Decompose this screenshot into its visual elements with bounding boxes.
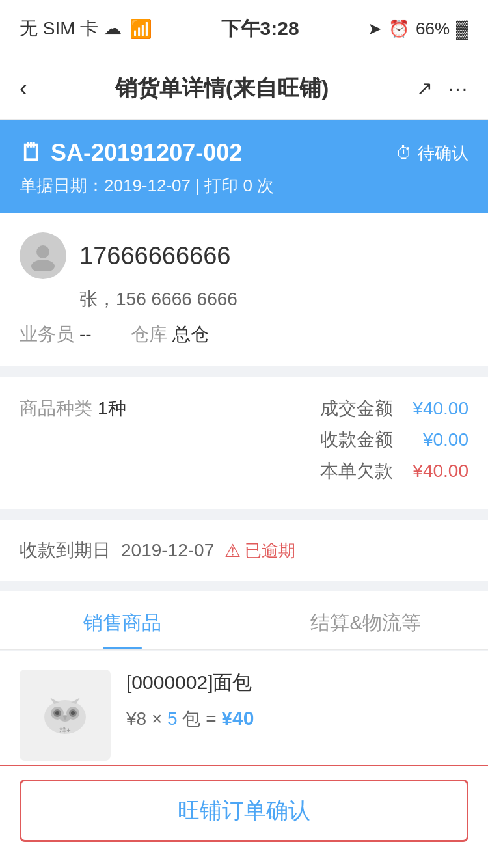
doc-icon: 🗒 [20, 139, 43, 167]
warehouse-value: 总仓 [172, 322, 209, 347]
customer-phone: 17666666666 [79, 242, 230, 270]
svg-marker-11 [50, 698, 59, 704]
salesperson-value: -- [79, 324, 92, 345]
svg-marker-12 [71, 698, 80, 704]
salesperson-label: 业务员 [20, 322, 74, 347]
warehouse-field: 仓库 总仓 [131, 322, 209, 347]
salesperson-field: 业务员 -- [20, 322, 92, 347]
customer-meta: 业务员 -- 仓库 总仓 [20, 322, 468, 347]
amount-row-1: 成交金额 ¥40.00 [320, 396, 468, 421]
tab-sales-products[interactable]: 销售商品 [0, 591, 244, 649]
page-title: 销货单详情(来自旺铺) [115, 74, 329, 103]
share-button[interactable]: ↗ [416, 77, 433, 100]
due-date-card: 收款到期日 2019-12-07 ⚠ 已逾期 [0, 520, 488, 581]
product-item: 群+ [0000002]面包 ¥8 × 5 包 = ¥40 [0, 651, 488, 779]
avatar-icon [27, 240, 59, 271]
back-button[interactable]: ‹ [20, 75, 27, 102]
status-left: 无 SIM 卡 ☁ 📶 [20, 16, 152, 41]
price-multiplier: × [152, 709, 167, 729]
svg-point-7 [55, 711, 59, 715]
amount-row-2: 收款金额 ¥0.00 [320, 427, 468, 452]
warehouse-label: 仓库 [131, 322, 167, 347]
product-info: [0000002]面包 ¥8 × 5 包 = ¥40 [126, 670, 468, 731]
price-unit: 包 [182, 709, 200, 729]
category-section: 商品种类 1种 [20, 396, 126, 421]
more-button[interactable]: ··· [448, 77, 468, 100]
customer-card: 17666666666 张，156 6666 6666 业务员 -- 仓库 总仓 [0, 213, 488, 366]
owed-label: 本单欠款 [320, 459, 393, 483]
received-label: 收款金额 [320, 427, 393, 452]
clock-icon: ⏱ [396, 143, 413, 163]
tab-settlement[interactable]: 结算&物流等 [244, 591, 488, 649]
amount-label: 成交金额 [320, 396, 393, 421]
customer-top: 17666666666 [20, 232, 468, 279]
nav-actions: ↗ ··· [416, 77, 468, 100]
category-row: 商品种类 1种 [20, 396, 126, 421]
order-status: ⏱ 待确认 [396, 142, 468, 165]
alarm-icon: ⏰ [388, 19, 409, 39]
status-right: ➤ ⏰ 66% ▓ [368, 19, 468, 39]
order-id-row: 🗒 SA-20191207-002 ⏱ 待确认 [20, 139, 468, 167]
nav-bar: ‹ 销货单详情(来自旺铺) ↗ ··· [0, 57, 488, 120]
wifi-icon: 📶 [129, 18, 152, 40]
amounts-section: 成交金额 ¥40.00 收款金额 ¥0.00 本单欠款 ¥40.00 [320, 396, 468, 490]
svg-point-8 [71, 711, 75, 715]
category-value: 1种 [98, 396, 126, 421]
price-per-unit: ¥8 [126, 709, 146, 729]
avatar [20, 232, 66, 279]
warning-icon: ⚠ [224, 540, 241, 562]
status-bar: 无 SIM 卡 ☁ 📶 下午3:28 ➤ ⏰ 66% ▓ [0, 0, 488, 57]
battery-level: 66% [416, 19, 450, 39]
due-date-label: 收款到期日 [20, 538, 111, 563]
battery-icon: ▓ [456, 19, 468, 39]
amount-value: ¥40.00 [413, 398, 468, 419]
svg-point-0 [36, 245, 49, 258]
order-id: 🗒 SA-20191207-002 [20, 139, 242, 167]
confirm-order-button[interactable]: 旺铺订单确认 [20, 780, 468, 842]
status-time: 下午3:28 [221, 16, 299, 42]
received-value: ¥0.00 [423, 429, 468, 450]
price-quantity: 5 [167, 709, 178, 729]
svg-text:群+: 群+ [59, 726, 70, 734]
price-equals: = [206, 709, 221, 729]
order-date: 单据日期：2019-12-07 | 打印 0 次 [20, 174, 468, 197]
price-total: ¥40 [221, 707, 254, 729]
category-label: 商品种类 [20, 396, 92, 421]
confirm-btn-wrapper: 旺铺订单确认 [0, 765, 488, 868]
svg-point-1 [31, 260, 55, 271]
product-image: 群+ [36, 692, 94, 738]
summary-card: 商品种类 1种 成交金额 ¥40.00 收款金额 ¥0.00 本单欠款 ¥40.… [0, 377, 488, 509]
due-date-value: 2019-12-07 [121, 540, 214, 561]
order-header-card: 🗒 SA-20191207-002 ⏱ 待确认 单据日期：2019-12-07 … [0, 120, 488, 213]
customer-name: 张，156 6666 6666 [20, 287, 468, 312]
product-price-formula: ¥8 × 5 包 = ¥40 [126, 707, 468, 731]
tabs-bar: 销售商品 结算&物流等 [0, 591, 488, 650]
overdue-badge: ⚠ 已逾期 [224, 539, 295, 562]
product-thumbnail: 群+ [20, 670, 111, 761]
product-name: [0000002]面包 [126, 670, 468, 696]
sim-status: 无 SIM 卡 ☁ [20, 16, 122, 41]
amount-row-3: 本单欠款 ¥40.00 [320, 459, 468, 483]
owed-value: ¥40.00 [413, 461, 468, 481]
location-icon: ➤ [368, 19, 382, 39]
